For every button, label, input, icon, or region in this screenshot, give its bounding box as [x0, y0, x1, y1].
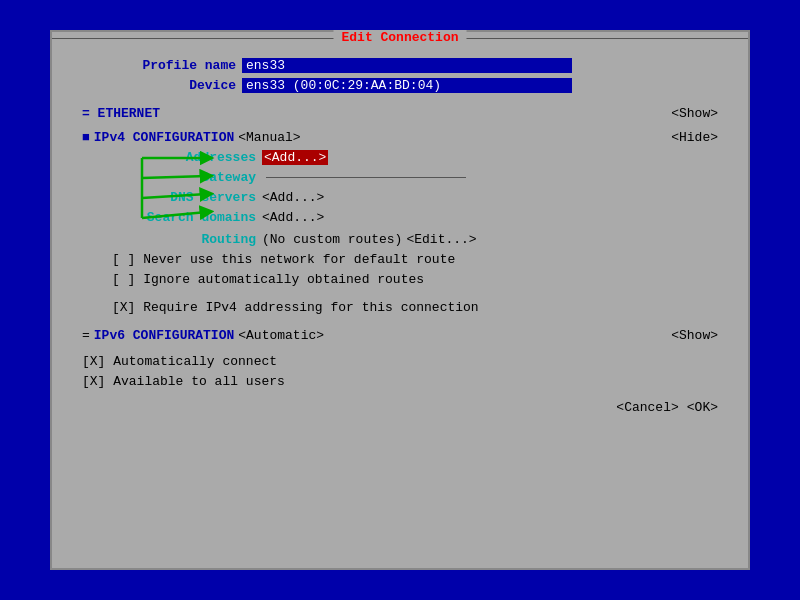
ipv4-mode[interactable]: <Manual> — [238, 130, 300, 145]
ignore-routes-checkbox[interactable]: [ ] Ignore automatically obtained routes — [112, 272, 424, 287]
edit-connection-window: Edit Connection Profile name ens33 Devic… — [50, 30, 750, 570]
auto-connect-checkbox[interactable]: [X] Automatically connect — [82, 354, 277, 369]
addresses-row: Addresses <Add...> — [82, 148, 718, 166]
profile-name-value[interactable]: ens33 — [242, 58, 572, 73]
search-domains-row: Search domains <Add...> — [82, 208, 718, 226]
cancel-button[interactable]: <Cancel> — [616, 400, 678, 415]
available-users-checkbox[interactable]: [X] Available to all users — [82, 374, 285, 389]
search-domains-add-button[interactable]: <Add...> — [262, 210, 324, 225]
ok-button[interactable]: <OK> — [687, 400, 718, 415]
ipv6-mode[interactable]: <Automatic> — [238, 328, 324, 343]
addresses-label: Addresses — [102, 150, 262, 165]
dns-label: DNS servers — [102, 190, 262, 205]
ignore-routes-row: [ ] Ignore automatically obtained routes — [82, 270, 718, 288]
ipv4-label: IPv4 CONFIGURATION — [94, 130, 234, 145]
ipv6-section-header: = IPv6 CONFIGURATION <Automatic> <Show> — [82, 326, 718, 344]
ipv6-eq: = — [82, 328, 90, 343]
ethernet-section: = ETHERNET <Show> — [82, 104, 718, 122]
gateway-row: Gateway — [82, 168, 718, 186]
device-value[interactable]: ens33 (00:0C:29:AA:BD:04) — [242, 78, 572, 93]
ethernet-show-button[interactable]: <Show> — [671, 106, 718, 121]
routing-edit-button[interactable]: <Edit...> — [406, 232, 476, 247]
routing-row: Routing (No custom routes) <Edit...> — [82, 230, 718, 248]
routing-value: (No custom routes) — [262, 232, 402, 247]
gateway-input[interactable] — [266, 177, 466, 178]
require-ipv4-row: [X] Require IPv4 addressing for this con… — [82, 298, 718, 316]
profile-name-label: Profile name — [82, 58, 242, 73]
routing-label: Routing — [102, 232, 262, 247]
auto-connect-row: [X] Automatically connect — [82, 352, 718, 370]
device-label: Device — [82, 78, 242, 93]
ipv6-label: IPv6 CONFIGURATION — [94, 328, 234, 343]
ipv6-show-button[interactable]: <Show> — [671, 328, 718, 343]
ipv4-bullet: ■ — [82, 130, 90, 145]
device-row: Device ens33 (00:0C:29:AA:BD:04) — [82, 76, 718, 94]
profile-name-row: Profile name ens33 — [82, 56, 718, 74]
ipv4-hide-button[interactable]: <Hide> — [671, 130, 718, 145]
never-default-row: [ ] Never use this network for default r… — [82, 250, 718, 268]
addresses-add-button[interactable]: <Add...> — [262, 150, 328, 165]
ipv4-section-header: ■ IPv4 CONFIGURATION <Manual> <Hide> — [82, 128, 718, 146]
available-users-row: [X] Available to all users — [82, 372, 718, 390]
never-default-checkbox[interactable]: [ ] Never use this network for default r… — [112, 252, 455, 267]
require-ipv4-checkbox[interactable]: [X] Require IPv4 addressing for this con… — [112, 300, 479, 315]
ethernet-label: = ETHERNET — [82, 106, 160, 121]
bottom-buttons: <Cancel> <OK> — [82, 400, 718, 415]
gateway-label: Gateway — [102, 170, 262, 185]
dns-add-button[interactable]: <Add...> — [262, 190, 324, 205]
search-domains-label: Search domains — [102, 210, 262, 225]
dns-row: DNS servers <Add...> — [82, 188, 718, 206]
